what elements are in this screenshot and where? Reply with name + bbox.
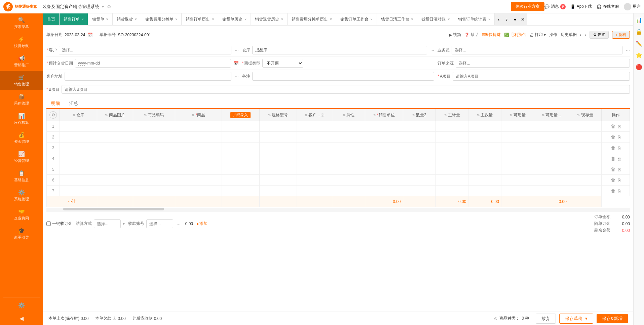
col-header-main-unit[interactable]: ⇅ 主计量 — [435, 109, 468, 121]
tab-return-history[interactable]: 销货单历史 × — [218, 13, 251, 26]
row-4-copy-icon[interactable]: ⎘ — [618, 156, 620, 161]
tab-sales-summary-close[interactable]: × — [488, 17, 490, 21]
row-2-customer-code[interactable] — [297, 132, 332, 143]
operate-button[interactable]: 操作 — [549, 32, 557, 38]
sidebar-item-quick-nav[interactable]: ⚡ 快捷导航 — [0, 33, 43, 52]
row-3-unit[interactable] — [365, 143, 403, 153]
col-header-stock[interactable]: ⇅ 现存量 — [569, 109, 601, 121]
row-6-delete-icon[interactable]: 🗑 — [611, 177, 615, 183]
col-header-customer-code[interactable]: ⇅ 客户... ⓘ — [297, 109, 332, 121]
row-1-customer-code[interactable] — [297, 121, 332, 132]
row-1-warehouse[interactable] — [60, 121, 97, 132]
sidebar-item-collapse[interactable]: ◀ — [0, 312, 43, 325]
col-header-avail[interactable]: ⇅ 可用量 — [501, 109, 534, 121]
tab-sales-workbench[interactable]: 销售订单工作台 × — [336, 13, 377, 26]
col-header-warehouse[interactable]: ⇅ 仓库 — [60, 109, 97, 121]
tab-more-button[interactable]: ▾ — [511, 13, 519, 26]
sidebar-item-purchase[interactable]: 📦 采购管理 — [0, 90, 43, 109]
scan-button[interactable]: 扫码录入 — [230, 112, 251, 118]
message-button[interactable]: 💬 消息 9 — [544, 4, 566, 9]
app-download-button[interactable]: 📱 App下载 — [570, 4, 592, 9]
row-1-main-qty[interactable] — [468, 121, 501, 132]
row-2-spec[interactable] — [259, 132, 297, 143]
abandon-button[interactable]: 放弃 — [536, 314, 556, 324]
row-1-copy-icon[interactable]: ⎘ — [618, 124, 620, 129]
view-video-button[interactable]: ▶ 视频 — [449, 32, 461, 38]
warehouse-input[interactable] — [252, 46, 427, 54]
tab-money-reconcile-close[interactable]: × — [448, 17, 450, 21]
payment-method-input[interactable] — [94, 219, 121, 228]
col-header-main-qty[interactable]: ⇅ 主数量 — [468, 109, 501, 121]
delivery-calendar-icon[interactable]: 📅 — [234, 61, 239, 66]
row-2-product[interactable] — [175, 132, 222, 143]
row-1-qty2[interactable] — [403, 121, 435, 132]
tab-refund-history-close[interactable]: × — [281, 17, 283, 21]
row-1-code[interactable] — [133, 121, 175, 132]
col-header-spec[interactable]: ⇅ 规格型号 — [259, 109, 297, 121]
row-2-warehouse[interactable] — [60, 132, 97, 143]
tab-sales-history[interactable]: 销售订单历史 × — [182, 13, 218, 26]
right-tool-alert-icon[interactable]: 🔴 — [636, 64, 642, 70]
print-button[interactable]: 🖨 打印 ▾ — [530, 32, 546, 38]
row-3-product[interactable] — [175, 143, 222, 153]
tab-expense-history[interactable]: 销售费用分摊单历史 × — [288, 13, 336, 26]
tab-sales-return[interactable]: 销货单 × — [88, 13, 113, 26]
row-5-copy-icon[interactable]: ⎘ — [618, 167, 620, 172]
row-2-delete-icon[interactable]: 🗑 — [611, 134, 615, 140]
note-input[interactable] — [252, 72, 434, 81]
row-1-spec[interactable] — [259, 121, 297, 132]
history-button[interactable]: 历史单据 — [561, 32, 577, 38]
row-3-code[interactable] — [133, 143, 175, 153]
row-3-qty2[interactable] — [403, 143, 435, 153]
sidebar-item-inventory[interactable]: 📊 库存核算 — [0, 109, 43, 128]
save-new-button[interactable]: 保存&新增 — [597, 314, 628, 323]
row-1-unit[interactable] — [365, 121, 403, 132]
sidebar-item-operations[interactable]: 📈 经营管理 — [0, 148, 43, 167]
order-source-input[interactable] — [456, 59, 630, 68]
customer-addr-input[interactable] — [65, 72, 231, 81]
col-header-qty2[interactable]: ⇅ 数量2 — [403, 109, 435, 121]
tab-money-reconcile[interactable]: 钱货日清对账 × — [417, 13, 454, 26]
row-2-qty2[interactable] — [403, 132, 435, 143]
tab-sales-refund[interactable]: 销货退货 × — [113, 13, 141, 26]
receipt-ellipsis[interactable]: ··· — [177, 221, 181, 227]
tab-sales-expense-close[interactable]: × — [176, 17, 178, 21]
staff-ellipsis[interactable]: ··· — [626, 47, 630, 53]
calendar-icon[interactable]: 📅 — [88, 33, 93, 37]
col-header-code[interactable]: ⇅ 商品编码 — [133, 109, 175, 121]
save-draft-dropdown-icon[interactable]: ▾ — [585, 316, 588, 321]
user-avatar[interactable]: 用户 — [624, 3, 641, 10]
tab-sales-history-close[interactable]: × — [212, 17, 214, 21]
tab-sales-workbench-close[interactable]: × — [371, 17, 373, 21]
tab-return-history-close[interactable]: × — [244, 17, 247, 21]
row-4-warehouse[interactable] — [60, 153, 97, 164]
right-tool-edit-icon[interactable]: ✏️ — [636, 40, 642, 47]
row-3-main-qty[interactable] — [468, 143, 501, 153]
print-dropdown-icon[interactable]: ▾ — [544, 33, 546, 37]
help-button[interactable]: ❓ 帮助 — [464, 32, 479, 38]
tab-sales-order-close[interactable]: × — [82, 17, 84, 21]
tab-sales-return-close[interactable]: × — [106, 17, 108, 21]
row-2-unit[interactable] — [365, 132, 403, 143]
col-header-settings[interactable]: ⚙ — [47, 109, 60, 121]
receipt-no-input[interactable] — [146, 219, 173, 228]
settings-btn[interactable]: ⚙ 设置 — [590, 31, 609, 39]
tab-expense-history-close[interactable]: × — [330, 17, 332, 21]
sidebar-item-search[interactable]: 🔍 搜索菜单 — [0, 13, 43, 33]
industry-plan-button[interactable]: 体验行业方案 — [511, 2, 544, 11]
row-7-delete-icon[interactable]: 🗑 — [611, 188, 615, 194]
tab-money-daily[interactable]: 钱货日清工作台 × — [377, 13, 418, 26]
row-4-delete-icon[interactable]: 🗑 — [611, 156, 615, 161]
add-payment-button[interactable]: ● 添加 — [196, 221, 207, 227]
sidebar-item-guide[interactable]: 🎓 新手引导 — [0, 224, 43, 243]
col-header-image[interactable]: ⇅ 商品图片 — [97, 109, 133, 121]
row-1-product[interactable] — [175, 121, 222, 132]
single-no-value[interactable]: SO-20230324-001 — [118, 33, 151, 37]
row-3-delete-icon[interactable]: 🗑 — [611, 145, 615, 151]
gear-icon[interactable]: ⚙ — [107, 4, 111, 9]
dropdown-icon[interactable]: ▾ — [102, 4, 104, 9]
tab-home[interactable]: 首页 — [43, 13, 60, 26]
tab-close-all-button[interactable]: ✕ — [519, 13, 527, 26]
one-click-deposit-checkbox[interactable] — [46, 221, 51, 226]
col-header-avail2[interactable]: ⇅ 可用量... — [534, 109, 569, 121]
